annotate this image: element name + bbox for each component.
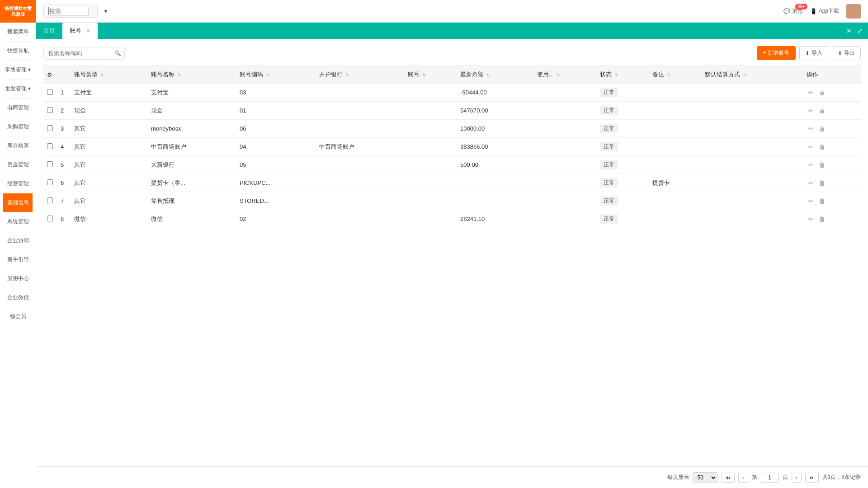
- col-status[interactable]: 状态 ⇅: [596, 66, 649, 84]
- pagination-total: 共1页，8条记录: [822, 474, 861, 481]
- tab-fullscreen[interactable]: ⤢: [855, 25, 864, 36]
- page-next-btn[interactable]: ›: [792, 473, 802, 483]
- delete-button[interactable]: 🗑: [817, 160, 827, 169]
- toolbar-right: + 新增账号 ⬇ 导入 ⬆ 导出: [757, 46, 861, 60]
- tab-account-close[interactable]: ✕: [86, 28, 90, 34]
- col-settings[interactable]: ⚙: [43, 66, 57, 84]
- pagination-footer: 每页显示 50 10 20 100 ⏮ ‹ 第 页 › ⏭ 共1页，8条记录: [36, 466, 868, 488]
- main-area: ▼ 💬 消息 99+ 📱 App下载 首页 账号 ✕ ✕ ⤢: [36, 0, 868, 488]
- delete-button[interactable]: 🗑: [817, 178, 827, 188]
- import-button[interactable]: ⬇ 导入: [799, 46, 828, 60]
- edit-button[interactable]: ✏: [807, 88, 816, 97]
- table-header-row: ⚙ 账号类型 ⇅ 账号名称 ⇅ 账号编码 ⇅ 开户银行 ⇅ 账号 ⇅ 最新余额 …: [43, 66, 861, 84]
- table-row: 8微信微信0228241.10正常 ✏ 🗑: [43, 210, 861, 228]
- edit-button[interactable]: ✏: [807, 178, 816, 188]
- row-checkbox[interactable]: [47, 216, 53, 221]
- row-checkbox[interactable]: [47, 179, 53, 185]
- sidebar-item-inventory[interactable]: 库存核算: [3, 136, 33, 155]
- tab-home[interactable]: 首页: [36, 23, 62, 39]
- sidebar-item-appcenter[interactable]: 应用中心: [3, 269, 33, 288]
- row-checkbox[interactable]: [47, 161, 53, 167]
- sidebar-item-corpwechat[interactable]: 企业微信: [3, 288, 33, 307]
- sidebar-item-member[interactable]: 畅会员: [3, 307, 33, 326]
- delete-button[interactable]: 🗑: [817, 106, 827, 115]
- row-checkbox[interactable]: [47, 89, 53, 95]
- table-row: 6其它提货卡（零...PICKUPC...正常提货卡 ✏ 🗑: [43, 174, 861, 192]
- col-name[interactable]: 账号名称 ⇅: [147, 66, 236, 84]
- delete-button[interactable]: 🗑: [817, 124, 827, 133]
- search-input[interactable]: [48, 50, 112, 56]
- page-input[interactable]: [761, 473, 779, 483]
- topbar: ▼ 💬 消息 99+ 📱 App下载: [36, 0, 868, 23]
- status-badge: 正常: [600, 88, 618, 97]
- msg-icon: 💬: [783, 8, 790, 14]
- delete-button[interactable]: 🗑: [817, 215, 827, 224]
- status-badge: 正常: [600, 142, 618, 151]
- app-logo: 畅捷通财生意 乐惠版: [0, 0, 36, 23]
- delete-button[interactable]: 🗑: [817, 142, 827, 151]
- sidebar-item-shortcuts[interactable]: 快捷导航: [3, 42, 33, 61]
- topbar-search-input[interactable]: [48, 7, 89, 15]
- topbar-message[interactable]: 💬 消息 99+: [783, 7, 803, 15]
- tab-home-label: 首页: [43, 27, 55, 35]
- topbar-left: ▼: [43, 5, 108, 18]
- status-badge: 正常: [600, 178, 618, 188]
- page-label: 第: [752, 474, 757, 481]
- col-balance[interactable]: 最新余额 ⇅: [457, 66, 533, 84]
- export-button[interactable]: ⬆ 导出: [832, 46, 861, 60]
- col-account[interactable]: 账号 ⇅: [404, 66, 457, 84]
- page-size-select[interactable]: 50 10 20 100: [693, 472, 717, 483]
- page-last-btn[interactable]: ⏭: [805, 473, 819, 483]
- tabbar-actions: ✕ ⤢: [844, 25, 868, 36]
- edit-button[interactable]: ✏: [807, 124, 816, 133]
- search-box: 🔍: [43, 47, 125, 60]
- add-account-button[interactable]: + 新增账号: [757, 46, 796, 60]
- table-row: 1支付宝支付宝03-90444.00正常 ✏ 🗑: [43, 84, 861, 102]
- sidebar-item-newguide[interactable]: 新手引导: [3, 250, 33, 269]
- sidebar-item-search[interactable]: 搜索菜单: [3, 23, 33, 42]
- col-actions: 操作: [803, 66, 861, 84]
- status-badge: 正常: [600, 214, 618, 224]
- sidebar-item-system[interactable]: 系统管理: [3, 212, 33, 231]
- col-remark[interactable]: 备注 ⇅: [649, 66, 701, 84]
- page-prev-btn[interactable]: ‹: [738, 473, 748, 483]
- edit-button[interactable]: ✏: [807, 197, 816, 206]
- sidebar-item-basic[interactable]: 基础信息: [3, 193, 33, 212]
- row-checkbox[interactable]: [47, 197, 53, 203]
- export-label: 导出: [844, 49, 855, 57]
- user-avatar[interactable]: [846, 4, 861, 19]
- col-type[interactable]: 账号类型 ⇅: [71, 66, 147, 84]
- sidebar-item-operation[interactable]: 经营管理: [3, 174, 33, 193]
- sidebar-item-purchase[interactable]: 采购管理: [3, 117, 33, 136]
- status-badge: 正常: [600, 124, 618, 133]
- row-checkbox[interactable]: [47, 107, 53, 113]
- topbar-dropdown[interactable]: ▼: [103, 8, 108, 14]
- delete-button[interactable]: 🗑: [817, 88, 827, 97]
- status-badge: 正常: [600, 160, 618, 169]
- row-checkbox[interactable]: [47, 143, 53, 149]
- sidebar-item-ecommerce[interactable]: 电商管理: [3, 99, 33, 117]
- page-first-btn[interactable]: ⏮: [721, 473, 735, 483]
- tab-account-label: 账号: [70, 27, 81, 35]
- topbar-app-download[interactable]: 📱 App下载: [810, 7, 839, 15]
- tab-close-all[interactable]: ✕: [844, 25, 854, 36]
- sidebar-nav: 搜索菜单快捷导航零售管理 ▾批发管理 ▾电商管理采购管理库存核算资金管理经营管理…: [3, 23, 33, 326]
- col-bank[interactable]: 开户银行 ⇅: [316, 66, 404, 84]
- col-usage[interactable]: 使用... ⇅: [533, 66, 596, 84]
- edit-button[interactable]: ✏: [807, 215, 816, 224]
- sidebar-item-enterprise[interactable]: 企业协同: [3, 231, 33, 250]
- row-checkbox[interactable]: [47, 125, 53, 131]
- sidebar-item-wholesale[interactable]: 批发管理 ▾: [3, 80, 33, 99]
- sidebar-item-finance[interactable]: 资金管理: [3, 155, 33, 174]
- edit-button[interactable]: ✏: [807, 106, 816, 115]
- tab-account[interactable]: 账号 ✕: [62, 23, 98, 39]
- col-default-settle[interactable]: 默认结算方式 ⇅: [701, 66, 802, 84]
- sidebar-item-retail[interactable]: 零售管理 ▾: [3, 61, 33, 80]
- add-label: + 新增账号: [763, 49, 789, 57]
- edit-button[interactable]: ✏: [807, 160, 816, 169]
- status-badge: 正常: [600, 106, 618, 115]
- col-code[interactable]: 账号编码 ⇅: [236, 66, 316, 84]
- edit-button[interactable]: ✏: [807, 142, 816, 151]
- accounts-table: ⚙ 账号类型 ⇅ 账号名称 ⇅ 账号编码 ⇅ 开户银行 ⇅ 账号 ⇅ 最新余额 …: [43, 66, 861, 228]
- delete-button[interactable]: 🗑: [817, 197, 827, 206]
